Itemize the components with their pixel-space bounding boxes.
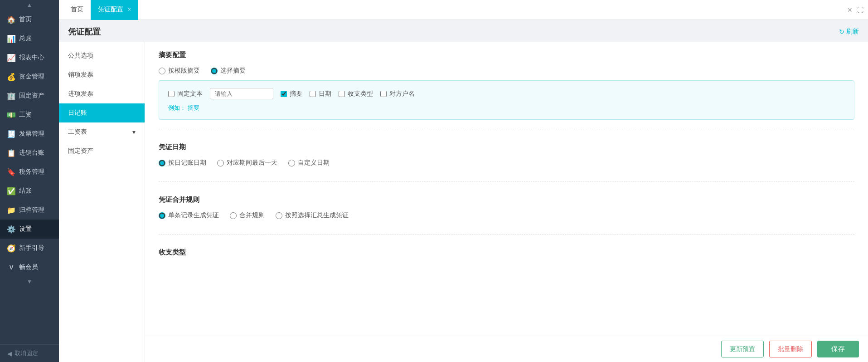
sidebar-item-guide[interactable]: 🧭 新手引导 [0,239,59,258]
archive-icon: 📁 [7,206,15,214]
right-content: 摘要配置 按模版摘要 选择摘要 [145,42,868,336]
date-radio-custom-input[interactable] [288,160,295,166]
voucher-date-title: 凭证日期 [159,143,854,152]
abstract-checkbox-row: 固定文本 摘要 日期 [168,88,845,99]
sidebar-item-payroll[interactable]: 💵 工资 [0,105,59,124]
sidebar-item-assets[interactable]: 🏢 固定资产 [0,86,59,105]
tab-close-button[interactable]: × [128,6,131,13]
refresh-button[interactable]: ↻ 刷新 [839,28,859,36]
assets-icon: 🏢 [7,92,15,100]
checkbox-date[interactable]: 日期 [310,90,331,98]
abstract-section-title: 摘要配置 [159,51,854,59]
sidebar-item-ledger[interactable]: 📊 总账 [0,29,59,48]
inventory-icon: 📋 [7,149,15,157]
refresh-icon: ↻ [839,28,844,35]
minimize-button[interactable]: ✕ [847,6,853,14]
tab-home[interactable]: 首页 [63,0,91,20]
sidebar-item-invoice[interactable]: 🧾 发票管理 [0,124,59,143]
merge-radio-summary-input[interactable] [276,212,282,219]
nav-fixed-assets[interactable]: 固定资产 [59,142,145,161]
page-header: 凭证配置 ↻ 刷新 [59,20,868,42]
tab-voucher-config[interactable]: 凭证配置 × [91,0,138,20]
sidebar-item-home[interactable]: 🏠 首页 [0,10,59,29]
income-expense-section: 收支类型 [159,248,854,273]
report-icon: 📈 [7,54,15,62]
abstract-radio-template-input[interactable] [159,68,165,74]
sidebar-item-tax[interactable]: 🔖 税务管理 [0,162,59,181]
checkbox-abstract[interactable]: 摘要 [281,90,302,98]
invoice-icon: 🧾 [7,130,15,138]
close-account-icon: ✅ [7,187,15,195]
nav-output-invoice[interactable]: 销项发票 [59,65,145,84]
page-content: 凭证配置 ↻ 刷新 公共选项 销项发票 进项发票 日记账 [59,20,868,362]
sidebar-item-close-account[interactable]: ✅ 结账 [0,181,59,201]
funds-icon: 💰 [7,73,15,81]
maximize-button[interactable]: ⛶ [857,6,863,14]
merge-radio-rule-input[interactable] [230,212,237,219]
save-button[interactable]: 保存 [817,341,859,357]
cancel-pin-button[interactable]: ◀ 取消固定 [0,344,59,362]
nav-input-invoice[interactable]: 进项发票 [59,84,145,103]
sidebar-item-member[interactable]: V 畅会员 [0,258,59,277]
abstract-section: 摘要配置 按模版摘要 选择摘要 [159,51,854,129]
abstract-radio-select-input[interactable] [211,68,218,74]
sidebar-item-funds[interactable]: 💰 资金管理 [0,67,59,86]
voucher-date-radio-row: 按日记账日期 对应期间最后一天 自定义日期 [159,159,854,167]
left-nav: 公共选项 销项发票 进项发票 日记账 工资表 ▾ 固定资产 [59,42,145,362]
abstract-example: 例如： 摘要 [168,104,845,112]
merge-rule-title: 凭证合并规则 [159,196,854,204]
tab-actions: ✕ ⛶ [847,6,863,14]
checkbox-counterparty[interactable]: 对方户名 [380,90,415,98]
nav-payroll-table[interactable]: 工资表 ▾ [59,122,145,142]
abstract-radio-template[interactable]: 按模版摘要 [159,67,200,75]
merge-radio-single[interactable]: 单条记录生成凭证 [159,211,219,220]
guide-icon: 🧭 [7,244,15,252]
chevron-down-icon: ▾ [132,128,136,136]
main-area: 首页 凭证配置 × ✕ ⛶ 凭证配置 ↻ 刷新 公共选项 [59,0,868,362]
abstract-radio-row: 按模版摘要 选择摘要 [159,67,854,75]
merge-rule-section: 凭证合并规则 单条记录生成凭证 合并规则 [159,196,854,235]
checkbox-income-type-input[interactable] [339,91,345,97]
checkbox-counterparty-input[interactable] [380,91,387,97]
checkbox-fixed-text-input[interactable] [168,91,175,97]
checkbox-abstract-input[interactable] [281,91,287,97]
nav-journal[interactable]: 日记账 [59,103,145,122]
merge-radio-rule[interactable]: 合并规则 [230,211,265,220]
merge-rule-radio-row: 单条记录生成凭证 合并规则 按照选择汇总生成凭证 [159,211,854,220]
body-layout: 公共选项 销项发票 进项发票 日记账 工资表 ▾ 固定资产 [59,42,868,362]
date-radio-last-day[interactable]: 对应期间最后一天 [217,159,277,167]
nav-public-options[interactable]: 公共选项 [59,46,145,65]
voucher-date-section: 凭证日期 按日记账日期 对应期间最后一天 [159,143,854,182]
page-title: 凭证配置 [68,26,101,37]
abstract-text-field[interactable] [210,88,273,99]
update-preview-button[interactable]: 更新预置 [721,341,764,357]
date-radio-last-day-input[interactable] [217,160,224,166]
date-radio-journal[interactable]: 按日记账日期 [159,159,206,167]
pin-icon: ◀ [7,350,12,357]
home-icon: 🏠 [7,15,15,24]
merge-radio-summary[interactable]: 按照选择汇总生成凭证 [276,211,349,220]
date-radio-journal-input[interactable] [159,160,165,166]
sidebar-item-archive[interactable]: 📁 归档管理 [0,201,59,220]
member-icon: V [7,263,15,271]
tax-icon: 🔖 [7,168,15,176]
checkbox-income-type[interactable]: 收支类型 [339,90,373,98]
abstract-radio-select[interactable]: 选择摘要 [211,67,246,75]
tab-bar: 首页 凭证配置 × ✕ ⛶ [59,0,868,20]
sidebar-scroll-up[interactable]: ▲ [0,0,59,10]
date-radio-custom[interactable]: 自定义日期 [288,159,330,167]
income-expense-title: 收支类型 [159,248,854,257]
payroll-icon: 💵 [7,111,15,119]
abstract-config-box: 固定文本 摘要 日期 [159,80,854,120]
checkbox-fixed-text[interactable]: 固定文本 [168,90,203,98]
settings-icon: ⚙️ [7,225,15,233]
ledger-icon: 📊 [7,34,15,43]
sidebar-item-inventory[interactable]: 📋 进销台账 [0,143,59,162]
sidebar-item-settings[interactable]: ⚙️ 设置 [0,220,59,239]
sidebar-item-report[interactable]: 📈 报表中心 [0,48,59,67]
batch-delete-button[interactable]: 批量删除 [769,341,812,357]
checkbox-date-input[interactable] [310,91,316,97]
sidebar-scroll-down[interactable]: ▼ [0,277,59,287]
merge-radio-single-input[interactable] [159,212,165,219]
bottom-actions: 更新预置 批量删除 保存 [145,336,868,362]
